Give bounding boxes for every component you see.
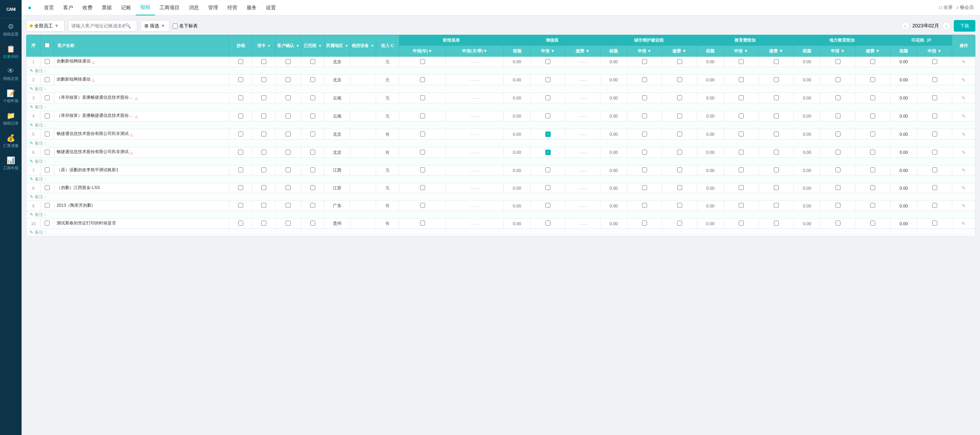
row-ownerconfirm[interactable] xyxy=(276,219,301,229)
row-edit[interactable]: ✎ xyxy=(952,111,975,121)
row-checkbox-cell[interactable] xyxy=(40,75,54,85)
jy-pay-checkbox[interactable] xyxy=(774,167,779,172)
yin-apply-checkbox[interactable] xyxy=(932,150,937,155)
ownerconfirm-checkbox[interactable] xyxy=(286,150,291,155)
clearcard-checkbox[interactable] xyxy=(261,113,266,118)
clearcard-checkbox[interactable] xyxy=(261,221,266,226)
df-apply-checkbox[interactable] xyxy=(835,203,840,208)
yin-apply-checkbox[interactable] xyxy=(932,132,937,137)
row-caiwu-year[interactable] xyxy=(399,219,446,229)
row-df-apply[interactable] xyxy=(820,57,856,67)
edit-remark-icon[interactable]: ✎ xyxy=(30,86,33,91)
row-caiwu-year[interactable] xyxy=(399,93,446,103)
cs-pay-checkbox[interactable] xyxy=(677,203,682,208)
row-df-pay[interactable] xyxy=(856,219,891,229)
jy-apply-checkbox[interactable] xyxy=(739,167,744,172)
edit-icon[interactable]: ✎ xyxy=(962,77,966,83)
row-taxcopy[interactable] xyxy=(229,111,252,121)
row-yin-apply[interactable] xyxy=(917,183,952,193)
row-checkbox-cell[interactable] xyxy=(40,183,54,193)
row-zz-apply[interactable] xyxy=(530,201,565,211)
yin-apply-checkbox[interactable] xyxy=(932,113,937,118)
row-jy-apply[interactable] xyxy=(724,219,759,229)
clearcard-checkbox[interactable] xyxy=(261,95,266,100)
row-checkbox[interactable] xyxy=(45,167,50,172)
df-pay-checkbox[interactable] xyxy=(870,167,875,172)
row-yin-apply[interactable] xyxy=(917,129,952,140)
row-df-apply[interactable] xyxy=(820,201,856,211)
row-caiwu-year[interactable] xyxy=(399,111,446,121)
row-ownerconfirm[interactable] xyxy=(276,201,301,211)
row-edit[interactable]: ✎ xyxy=(952,75,975,85)
row-caiwu-year[interactable] xyxy=(399,201,446,211)
edit-remark-icon[interactable]: ✎ xyxy=(30,105,33,110)
row-caiwu-year[interactable] xyxy=(399,57,446,67)
zz-apply-checkbox[interactable] xyxy=(545,185,550,190)
declared-checkbox[interactable] xyxy=(310,150,315,155)
zz-apply-checkbox[interactable] xyxy=(545,203,550,208)
df-apply-checkbox[interactable] xyxy=(835,59,840,64)
ownerconfirm-checkbox[interactable] xyxy=(286,185,291,190)
row-jy-apply[interactable] xyxy=(724,147,759,158)
declared-checkbox[interactable] xyxy=(310,221,315,226)
row-clearcard[interactable] xyxy=(252,165,276,175)
row-checkbox[interactable] xyxy=(45,113,50,118)
ownerconfirm-checkbox[interactable] xyxy=(286,95,291,100)
cs-apply-checkbox[interactable] xyxy=(642,221,647,226)
row-clearcard[interactable] xyxy=(252,147,276,158)
clearcard-checkbox[interactable] xyxy=(261,203,266,208)
row-zz-apply[interactable] xyxy=(530,111,565,121)
row-declared[interactable] xyxy=(301,165,324,175)
row-taxcopy[interactable] xyxy=(229,147,252,158)
fullscreen-btn[interactable]: □ 全屏 xyxy=(939,4,953,11)
edit-icon[interactable]: ✎ xyxy=(962,132,966,137)
row-jy-pay[interactable] xyxy=(759,219,794,229)
ownerconfirm-checkbox[interactable] xyxy=(286,203,291,208)
ownerconfirm-checkbox[interactable] xyxy=(286,77,291,82)
next-month-btn[interactable]: › xyxy=(942,22,951,30)
row-declared[interactable] xyxy=(301,75,324,85)
declared-checkbox[interactable] xyxy=(310,113,315,118)
checkbox-label[interactable]: 名下标表 xyxy=(173,23,198,29)
yin-apply-checkbox[interactable] xyxy=(932,77,937,82)
row-taxcopy[interactable] xyxy=(229,219,252,229)
row-declared[interactable] xyxy=(301,57,324,67)
row-jy-apply[interactable] xyxy=(724,165,759,175)
row-edit[interactable]: ✎ xyxy=(952,201,975,211)
prev-month-btn[interactable]: ‹ xyxy=(901,22,909,30)
taxcopy-checkbox[interactable] xyxy=(238,132,243,137)
search-input[interactable] xyxy=(71,23,125,29)
ownerconfirm-checkbox[interactable] xyxy=(286,221,291,226)
edit-remark-icon[interactable]: ✎ xyxy=(30,141,33,146)
row-zz-apply[interactable] xyxy=(530,183,565,193)
jy-pay-checkbox[interactable] xyxy=(774,113,779,118)
row-edit[interactable]: ✎ xyxy=(952,129,975,140)
row-clearcard[interactable] xyxy=(252,75,276,85)
yin-apply-checkbox[interactable] xyxy=(932,59,937,64)
clearcard-checkbox[interactable] xyxy=(261,185,266,190)
th-checkbox-all[interactable] xyxy=(40,35,54,57)
row-ownerconfirm[interactable] xyxy=(276,129,301,140)
row-jy-apply[interactable] xyxy=(724,93,759,103)
df-pay-checkbox[interactable] xyxy=(870,132,875,137)
row-zz-apply[interactable]: ✓ xyxy=(530,147,565,158)
row-jy-apply[interactable] xyxy=(724,57,759,67)
row-declared[interactable] xyxy=(301,93,324,103)
row-taxcopy[interactable] xyxy=(229,183,252,193)
row-caiwu-year[interactable] xyxy=(399,165,446,175)
row-edit[interactable]: ✎ xyxy=(952,165,975,175)
jy-apply-checkbox[interactable] xyxy=(739,95,744,100)
cs-apply-checkbox[interactable] xyxy=(642,203,647,208)
edit-icon[interactable]: ✎ xyxy=(962,150,966,155)
caiwu-year-checkbox[interactable] xyxy=(420,203,425,208)
declared-checkbox[interactable] xyxy=(310,203,315,208)
cs-pay-checkbox[interactable] xyxy=(677,132,682,137)
caiwu-year-checkbox[interactable] xyxy=(420,95,425,100)
nav-jingying[interactable]: 经营 xyxy=(223,0,242,15)
row-jy-apply[interactable] xyxy=(724,183,759,193)
row-jy-pay[interactable] xyxy=(759,183,794,193)
row-zz-apply[interactable] xyxy=(530,75,565,85)
row-yin-apply[interactable] xyxy=(917,75,952,85)
jy-apply-checkbox[interactable] xyxy=(739,221,744,226)
cs-pay-checkbox[interactable] xyxy=(677,185,682,190)
